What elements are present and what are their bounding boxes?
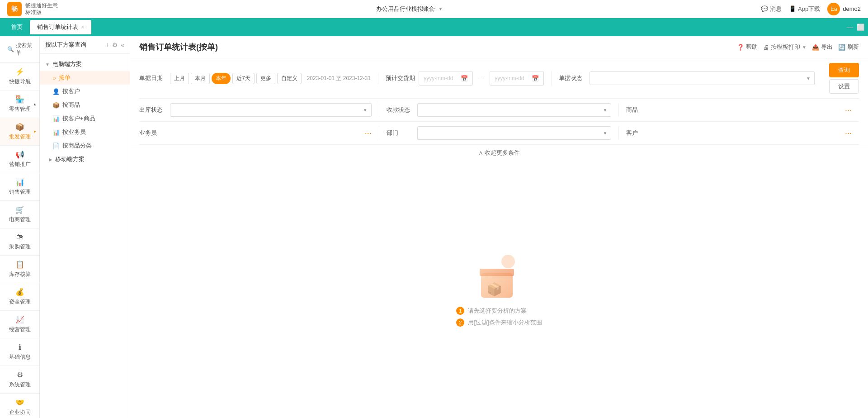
quick-nav-icon: ⚡ <box>15 67 24 76</box>
sidebar-item-basic[interactable]: ℹ 基础信息 <box>0 338 39 366</box>
goods-more-btn[interactable]: ··· <box>845 105 852 115</box>
workspace-selector[interactable]: 办公用品行业模拟账套 ▼ <box>376 5 443 13</box>
date-filter-cell: 单据日期 上月 本月 本年 近7天 更多 自定义 2023-01-01 至 20… <box>139 73 378 84</box>
settings-button[interactable]: 设置 <box>829 79 859 94</box>
sidebar-item-ecommerce[interactable]: 🛒 电商管理 <box>0 201 39 228</box>
ecommerce-icon: 🛒 <box>15 205 24 214</box>
sidebar-item-marketing[interactable]: 📢 营销推广 <box>0 146 39 173</box>
tree-item-by-salesman[interactable]: 📊 按业务员 <box>40 125 130 139</box>
tab-home[interactable]: 首页 <box>4 20 30 34</box>
tree-item-by-customer-goods[interactable]: 📊 按客户+商品 <box>40 112 130 125</box>
customer-label: 客户 <box>626 129 653 137</box>
sidebar-item-enterprise[interactable]: 🤝 企业协同 <box>0 394 39 418</box>
salesman-label: 业务员 <box>139 129 166 137</box>
date-more-btn[interactable]: 更多 <box>256 73 275 84</box>
customer-more-btn[interactable]: ··· <box>845 128 852 138</box>
empty-hints: 1 请先选择要分析的方案 2 用[过滤]条件来缩小分析范围 <box>456 307 542 327</box>
page: 按以下方案查询 + ⚙ « ▼ 电脑端方案 ○ 按单 <box>40 36 868 418</box>
by-salesman-icon: 📊 <box>52 129 60 136</box>
sidebar-item-inventory[interactable]: 📋 库存核算 <box>0 256 39 283</box>
top-bar: 畅 畅捷通好生意 标准版 办公用品行业模拟账套 ▼ 💬 消息 📱 App下载 E… <box>0 0 868 18</box>
calendar-from-icon: 📅 <box>461 75 468 82</box>
tree-item-by-order[interactable]: ○ 按单 <box>40 71 130 85</box>
sidebar-search[interactable]: 🔍 搜索菜单 <box>0 36 39 63</box>
date-range-display: 2023-01-01 至 2023-12-31 <box>307 75 371 82</box>
page-header-top: 销售订单统计表(按单) ❓ 帮助 🖨 按模板打印 ▼ <box>139 42 859 52</box>
expected-date-cell: 预计交货期 yyyy-mm-dd 📅 — yyyy-mm-dd 📅 <box>378 71 552 86</box>
sidebar-item-finance[interactable]: 💰 资金管理 <box>0 283 39 311</box>
date-this-month-btn[interactable]: 本月 <box>191 73 210 84</box>
sidebar: 🔍 搜索菜单 ⚡ 快捷导航 🏪 零售管理 📦 批发管理 📢 营销推广 📊 销售管… <box>0 36 40 418</box>
tab-minimize-icon[interactable]: — <box>847 24 853 31</box>
sidebar-item-operations[interactable]: 📈 经营管理 <box>0 311 39 338</box>
export-icon: 📤 <box>812 44 819 51</box>
receipt-status-select[interactable]: ▼ <box>417 103 612 117</box>
user-menu[interactable]: Ea demo2 <box>827 3 861 15</box>
workspace-arrow-icon: ▼ <box>439 6 443 11</box>
app-download-button[interactable]: 📱 App下载 <box>789 5 820 13</box>
tab-close-icon[interactable]: × <box>81 24 84 30</box>
dept-label: 部门 <box>387 129 414 137</box>
dept-arrow-icon: ▼ <box>603 131 607 136</box>
collapse-bar[interactable]: ∧ 收起更多条件 <box>130 145 868 161</box>
message-button[interactable]: 💬 消息 <box>761 5 782 13</box>
template-print-button[interactable]: 🖨 按模板打印 ▼ <box>763 43 807 51</box>
export-button[interactable]: 📤 导出 <box>812 43 833 51</box>
tree-group-mobile[interactable]: ▶ 移动端方案 <box>40 152 130 166</box>
tree-section: ▼ 电脑端方案 ○ 按单 👤 按客户 📦 按商品 <box>40 54 130 170</box>
tree-item-by-goods[interactable]: 📦 按商品 <box>40 98 130 112</box>
enterprise-icon: 🤝 <box>15 398 24 407</box>
by-category-icon: 📄 <box>52 142 60 149</box>
refresh-button[interactable]: 🔄 刷新 <box>838 43 859 51</box>
date-this-year-btn[interactable]: 本年 <box>212 73 231 84</box>
left-panel-title: 按以下方案查询 <box>45 41 86 49</box>
sidebar-item-wholesale[interactable]: 📦 批发管理 <box>0 118 39 146</box>
expected-date-to-input[interactable]: yyyy-mm-dd 📅 <box>490 71 544 86</box>
filter-row-3: 业务员 ··· 部门 ▼ 客户 <box>139 122 859 145</box>
expected-date-from-input[interactable]: yyyy-mm-dd 📅 <box>419 71 473 86</box>
sidebar-item-retail[interactable]: 🏪 零售管理 <box>0 90 39 118</box>
page-header: 销售订单统计表(按单) ❓ 帮助 🖨 按模板打印 ▼ <box>130 36 868 58</box>
customer-cell: 客户 ··· <box>619 126 859 140</box>
tab-bar: 首页 销售订单统计表 × — ⬜ <box>0 18 868 36</box>
tab-maximize-icon[interactable]: ⬜ <box>857 24 864 31</box>
tab-sales-order-stats[interactable]: 销售订单统计表 × <box>30 20 91 34</box>
tree-item-by-category[interactable]: 📄 按商品分类 <box>40 139 130 152</box>
help-button[interactable]: ❓ 帮助 <box>737 43 758 51</box>
left-panel: 按以下方案查询 + ⚙ « ▼ 电脑端方案 ○ 按单 <box>40 36 130 418</box>
query-button[interactable]: 查询 <box>829 63 859 77</box>
date-last7-btn[interactable]: 近7天 <box>232 73 255 84</box>
out-status-arrow-icon: ▼ <box>363 108 368 113</box>
out-status-select[interactable]: ▼ <box>170 103 372 117</box>
date-custom-btn[interactable]: 自定义 <box>277 73 302 84</box>
tree-group-pc[interactable]: ▼ 电脑端方案 <box>40 57 130 71</box>
add-scheme-button[interactable]: + <box>106 41 109 48</box>
status-select[interactable]: ▼ <box>590 71 815 85</box>
expected-date-label: 预计交货期 <box>386 74 415 82</box>
left-panel-actions: + ⚙ « <box>106 41 124 48</box>
tree-item-by-customer[interactable]: 👤 按客户 <box>40 85 130 98</box>
by-goods-icon: 📦 <box>52 102 60 109</box>
tree-group-pc-label: 电脑端方案 <box>52 60 82 68</box>
sidebar-item-purchase[interactable]: 🛍 采购管理 <box>0 228 39 256</box>
calendar-to-icon: 📅 <box>532 75 539 82</box>
sidebar-item-system[interactable]: ⚙ 系统管理 <box>0 366 39 394</box>
date-prev-month-btn[interactable]: 上月 <box>170 73 189 84</box>
left-panel-header: 按以下方案查询 + ⚙ « <box>40 36 130 54</box>
purchase-icon: 🛍 <box>16 233 24 241</box>
salesman-more-btn[interactable]: ··· <box>365 128 372 138</box>
tab-bar-right: — ⬜ <box>847 24 864 31</box>
retail-icon: 🏪 <box>15 95 24 104</box>
sidebar-item-sales[interactable]: 📊 销售管理 <box>0 173 39 201</box>
inventory-icon: 📋 <box>15 260 24 269</box>
sidebar-quick-nav[interactable]: ⚡ 快捷导航 <box>0 63 39 90</box>
receipt-status-arrow-icon: ▼ <box>603 108 607 113</box>
goods-label: 商品 <box>626 106 653 114</box>
basic-icon: ℹ <box>19 343 21 352</box>
collapse-panel-button[interactable]: « <box>121 41 124 48</box>
print-icon: 🖨 <box>763 44 769 51</box>
sales-icon: 📊 <box>15 178 24 186</box>
dept-select[interactable]: ▼ <box>417 126 612 140</box>
scheme-settings-button[interactable]: ⚙ <box>112 41 118 48</box>
tree-mobile-arrow-icon: ▶ <box>49 157 52 162</box>
